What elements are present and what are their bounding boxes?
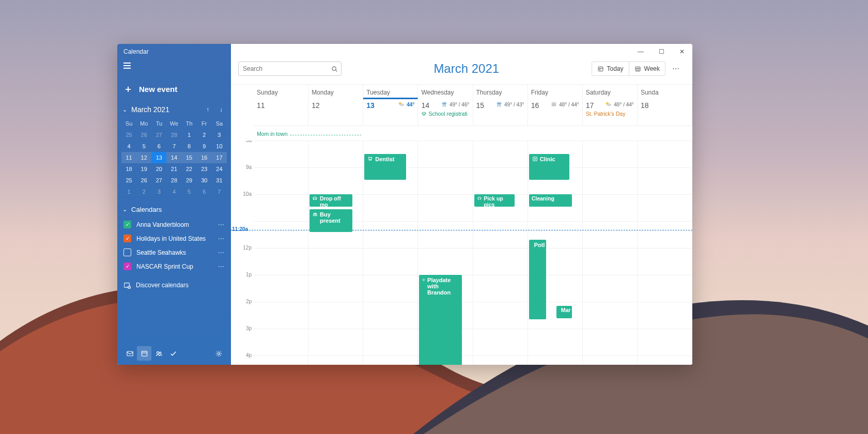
mini-cal-day[interactable]: 6	[197, 186, 212, 197]
hour-cell[interactable]	[583, 329, 638, 355]
calendar-more-button[interactable]: ⋯	[218, 263, 225, 270]
hour-cell[interactable]	[583, 141, 638, 167]
calendar-event[interactable]: Potl	[529, 240, 546, 319]
mini-cal-day[interactable]: 14	[166, 152, 181, 163]
hour-cell[interactable]	[528, 356, 583, 365]
chevron-down-icon[interactable]: ⌄	[122, 106, 127, 113]
hour-cell[interactable]	[528, 329, 583, 355]
mini-cal-day[interactable]: 4	[121, 141, 136, 152]
mail-app-button[interactable]	[122, 346, 137, 361]
hour-cell[interactable]	[254, 249, 308, 275]
mini-cal-day[interactable]: 5	[182, 186, 197, 197]
hour-cell[interactable]	[254, 302, 308, 329]
mini-cal-day[interactable]: 29	[182, 175, 197, 186]
hour-cell[interactable]	[254, 356, 308, 365]
hour-cell[interactable]	[638, 249, 692, 275]
allday-event[interactable]: St. Patrick's Day	[586, 111, 634, 117]
hour-cell[interactable]	[363, 195, 418, 221]
calendar-checkbox[interactable]: ✓	[123, 221, 131, 228]
hour-cell[interactable]	[473, 302, 528, 329]
mini-cal-day[interactable]: 1	[121, 186, 136, 197]
allday-event[interactable]: School registrati	[421, 111, 469, 117]
hour-cell[interactable]	[473, 222, 528, 248]
mini-cal-day[interactable]: 24	[212, 163, 227, 175]
mini-cal-day[interactable]: 30	[197, 175, 212, 186]
calendar-list-item[interactable]: ✓Anna Vanderbloom⋯	[117, 218, 231, 231]
calendar-event[interactable]: Drop off mo	[309, 194, 352, 207]
hour-cell[interactable]	[254, 329, 308, 355]
mini-cal-day[interactable]: 1	[182, 129, 197, 141]
hour-cell[interactable]	[418, 141, 473, 167]
mini-cal-day[interactable]: 7	[212, 186, 227, 197]
mini-cal-day[interactable]: 21	[166, 163, 181, 175]
hour-cell[interactable]	[418, 168, 473, 194]
mini-cal-day[interactable]: 25	[121, 175, 136, 186]
calendar-more-button[interactable]: ⋯	[218, 235, 225, 242]
hour-cell[interactable]	[473, 329, 528, 355]
chevron-down-icon[interactable]: ⌄	[122, 206, 127, 213]
hour-cell[interactable]	[638, 275, 692, 302]
hour-cell[interactable]	[473, 168, 528, 194]
mini-cal-day[interactable]: 2	[197, 129, 212, 141]
hour-cell[interactable]	[363, 302, 418, 329]
mini-cal-day[interactable]: 31	[212, 175, 227, 186]
hour-cell[interactable]	[473, 275, 528, 302]
date-cell[interactable]: 11	[254, 99, 308, 126]
mini-cal-day[interactable]: 3	[212, 129, 227, 141]
calendar-list-item[interactable]: Seattle Seahawks⋯	[117, 245, 231, 259]
mini-cal-day[interactable]: 15	[182, 152, 197, 163]
mini-cal-day[interactable]: 3	[151, 186, 166, 197]
people-app-button[interactable]	[151, 346, 166, 361]
hour-cell[interactable]	[583, 222, 638, 248]
prev-month-button[interactable]: ↑	[203, 106, 212, 113]
mini-cal-day[interactable]: 18	[121, 163, 136, 175]
hour-cell[interactable]	[308, 168, 363, 194]
mini-cal-day[interactable]: 17	[212, 152, 227, 163]
mini-cal-day[interactable]: 9	[197, 141, 212, 152]
next-month-button[interactable]: ↓	[216, 106, 226, 113]
calendar-more-button[interactable]: ⋯	[218, 249, 225, 256]
todo-app-button[interactable]	[166, 346, 180, 361]
mini-cal-day[interactable]: 23	[197, 163, 212, 175]
calendar-event[interactable]: Buy present	[309, 209, 352, 233]
mini-cal-day[interactable]: 6	[151, 141, 166, 152]
hour-cell[interactable]	[308, 329, 363, 355]
hour-cell[interactable]	[638, 141, 692, 167]
hour-cell[interactable]	[473, 356, 528, 365]
mini-cal-day[interactable]: 13	[151, 152, 166, 163]
hour-cell[interactable]	[583, 195, 638, 221]
search-button[interactable]	[329, 64, 339, 74]
allday-event-label[interactable]: Mom in town	[255, 131, 288, 137]
hour-cell[interactable]	[418, 222, 473, 248]
hour-cell[interactable]	[308, 356, 363, 365]
new-event-button[interactable]: ＋ New event	[117, 79, 231, 103]
search-input[interactable]	[238, 61, 342, 76]
hour-cell[interactable]	[363, 249, 418, 275]
calendar-event[interactable]: Pick up pics	[474, 194, 515, 207]
hour-cell[interactable]	[583, 356, 638, 365]
hour-cell[interactable]	[363, 356, 418, 365]
calendar-app-button[interactable]	[137, 346, 151, 361]
hour-cell[interactable]	[418, 195, 473, 221]
hour-cell[interactable]	[308, 249, 363, 275]
hour-cell[interactable]	[638, 195, 692, 221]
hour-cell[interactable]	[254, 141, 308, 167]
settings-button[interactable]	[211, 346, 226, 361]
date-cell[interactable]: 1549° / 43°	[473, 99, 528, 126]
date-cell[interactable]: 12	[308, 99, 363, 126]
mini-cal-day[interactable]: 25	[121, 129, 136, 141]
calendar-event[interactable]: Cleaning	[529, 194, 572, 207]
mini-cal-day[interactable]: 4	[166, 186, 181, 197]
mini-cal-day[interactable]: 5	[136, 141, 151, 152]
mini-cal-day[interactable]: 28	[166, 175, 181, 186]
hour-cell[interactable]	[583, 302, 638, 329]
calendar-event[interactable]: Clinic	[529, 154, 570, 180]
mini-cal-day[interactable]: 10	[212, 141, 227, 152]
calendar-event[interactable]: Mar	[556, 306, 572, 318]
mini-cal-day[interactable]: 20	[151, 163, 166, 175]
hour-cell[interactable]	[473, 141, 528, 167]
calendar-list-item[interactable]: ✓Holidays in United States⋯	[117, 231, 231, 245]
hour-cell[interactable]	[638, 329, 692, 355]
calendar-event[interactable]: Dentist	[364, 154, 406, 180]
mini-cal-day[interactable]: 8	[182, 141, 197, 152]
